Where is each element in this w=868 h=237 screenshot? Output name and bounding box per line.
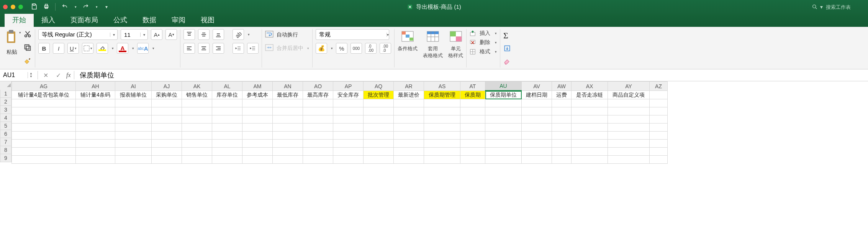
cell[interactable]	[182, 148, 212, 156]
cell[interactable]	[608, 107, 650, 115]
cell[interactable]	[212, 107, 242, 115]
column-header[interactable]: AI	[115, 82, 152, 91]
accounting-dropdown-icon[interactable]: ▾	[331, 46, 333, 50]
comma-format-button[interactable]: 000	[350, 43, 362, 54]
cell[interactable]	[460, 156, 485, 164]
cell[interactable]	[522, 132, 552, 140]
cell[interactable]	[572, 132, 608, 140]
cell[interactable]	[485, 123, 522, 132]
cell[interactable]	[212, 140, 242, 148]
cell[interactable]	[394, 148, 424, 156]
cell[interactable]	[394, 115, 424, 123]
redo-icon[interactable]	[82, 3, 90, 11]
cell[interactable]	[424, 123, 460, 132]
cell[interactable]	[522, 99, 552, 107]
cell[interactable]	[552, 107, 572, 115]
column-header[interactable]: AP	[333, 82, 364, 91]
column-header[interactable]: AU	[485, 82, 522, 91]
cell[interactable]	[572, 115, 608, 123]
cell[interactable]	[273, 107, 303, 115]
cell[interactable]: 运费	[552, 91, 572, 99]
column-header[interactable]: AR	[394, 82, 424, 91]
cell-styles-button[interactable]: 单元 格样式	[448, 29, 463, 59]
cell[interactable]	[424, 115, 460, 123]
conditional-format-button[interactable]: 条件格式	[398, 29, 418, 52]
cell[interactable]: 销售单位	[182, 91, 212, 99]
cell[interactable]	[212, 123, 242, 132]
zoom-window-button[interactable]	[18, 5, 23, 9]
cell[interactable]	[303, 156, 333, 164]
select-all-corner[interactable]	[0, 81, 12, 90]
cell[interactable]	[608, 140, 650, 148]
row-header[interactable]: 4	[0, 114, 11, 122]
row-header[interactable]: 2	[0, 98, 11, 106]
cell[interactable]	[182, 107, 212, 115]
cell[interactable]	[12, 99, 76, 107]
cell[interactable]: 批次管理	[364, 91, 394, 99]
save-icon[interactable]	[31, 3, 38, 11]
cell[interactable]: 安全库存	[333, 91, 364, 99]
cell[interactable]	[273, 99, 303, 107]
cell[interactable]	[12, 148, 76, 156]
cell[interactable]	[552, 115, 572, 123]
qat-customize-icon[interactable]: ▾	[105, 4, 108, 10]
cell[interactable]: 最新进价	[394, 91, 424, 99]
cell[interactable]	[364, 115, 394, 123]
cell[interactable]	[333, 99, 364, 107]
cell[interactable]	[485, 99, 522, 107]
cell[interactable]	[152, 115, 182, 123]
undo-icon[interactable]	[61, 3, 69, 11]
row-header[interactable]: 9	[0, 154, 11, 162]
cell[interactable]	[650, 99, 668, 107]
cell[interactable]	[303, 99, 333, 107]
column-header[interactable]: AV	[522, 82, 552, 91]
align-middle-button[interactable]	[198, 29, 210, 40]
column-header[interactable]: AS	[424, 82, 460, 91]
cell[interactable]	[76, 99, 115, 107]
font-color-dropdown-icon[interactable]: ▾	[132, 46, 134, 50]
cell[interactable]	[364, 123, 394, 132]
cell[interactable]	[152, 140, 182, 148]
align-center-button[interactable]	[198, 43, 210, 54]
ribbon-tab-6[interactable]: 视图	[193, 13, 222, 27]
autosum-button[interactable]: Σ	[503, 31, 511, 41]
row-header[interactable]: 1	[0, 90, 11, 98]
cell[interactable]	[152, 99, 182, 107]
cell[interactable]	[394, 156, 424, 164]
row-header[interactable]: 8	[0, 146, 11, 154]
cell[interactable]	[76, 148, 115, 156]
cell[interactable]	[394, 99, 424, 107]
cell[interactable]	[242, 148, 273, 156]
accounting-format-button[interactable]: 💰	[316, 43, 327, 54]
cell[interactable]	[424, 99, 460, 107]
ribbon-tab-4[interactable]: 数据	[135, 13, 164, 27]
italic-button[interactable]: I	[53, 43, 64, 54]
cell[interactable]	[460, 140, 485, 148]
cell[interactable]	[182, 99, 212, 107]
cell[interactable]	[572, 148, 608, 156]
cell[interactable]	[152, 132, 182, 140]
column-header[interactable]: AW	[552, 82, 572, 91]
cell[interactable]	[522, 148, 552, 156]
cell[interactable]	[76, 156, 115, 164]
cell[interactable]	[333, 132, 364, 140]
cell[interactable]	[460, 99, 485, 107]
cell[interactable]: 库存单位	[212, 91, 242, 99]
font-name-combo[interactable]: ▾	[38, 29, 118, 40]
cell[interactable]	[115, 148, 152, 156]
confirm-formula-button[interactable]: ✓	[54, 72, 63, 79]
cell[interactable]	[115, 132, 152, 140]
cell[interactable]	[424, 148, 460, 156]
orientation-dropdown-icon[interactable]: ▾	[248, 33, 250, 36]
cell[interactable]: 保质期	[460, 91, 485, 99]
cell[interactable]: 保质期单位	[485, 91, 522, 99]
cell[interactable]	[650, 132, 668, 140]
cell[interactable]	[115, 156, 152, 164]
fill-color-dropdown-icon[interactable]: ▾	[112, 46, 114, 50]
fx-icon[interactable]: fx	[66, 72, 71, 79]
cell[interactable]	[76, 107, 115, 115]
cell[interactable]	[242, 156, 273, 164]
cell[interactable]	[485, 140, 522, 148]
cell[interactable]	[394, 123, 424, 132]
column-header[interactable]: AG	[12, 82, 76, 91]
